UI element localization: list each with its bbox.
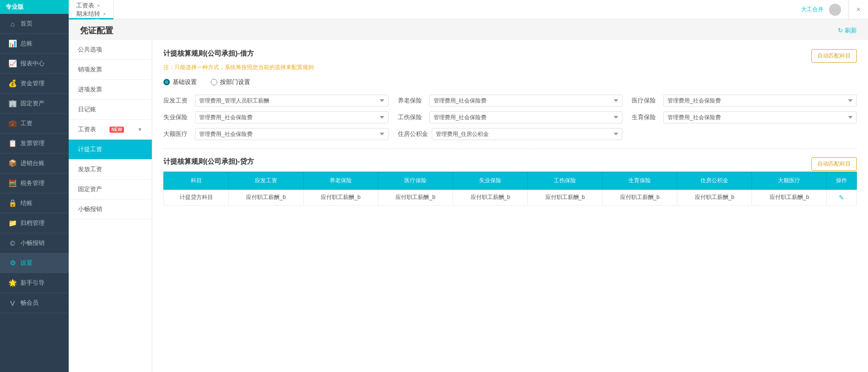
nav-icon-settings: ⚙ (8, 259, 17, 267)
table-row: 计提贷方科目 应付职工薪酬_b 应付职工薪酬_b 应付职工薪酬_b 应付职工薪酬… (164, 190, 857, 205)
sidebar-item-close-period[interactable]: 🔒结账 (0, 193, 69, 213)
tab-payroll[interactable]: 工资表 × (69, 1, 114, 10)
nav-label-general-ledger: 总账 (20, 39, 32, 48)
left-menu-item-fixed-assets[interactable]: 固定资产 (69, 180, 152, 199)
nav-icon-archive: 📁 (8, 219, 17, 227)
label-unemployment: 失业保险 (163, 113, 191, 122)
field-apply-salary: 应发工资 管理费用_管理人员职工薪酬 (163, 95, 389, 107)
select-work-injury[interactable]: 管理费用_社会保险费 (429, 111, 623, 123)
sidebar-item-tax[interactable]: 🧮税务管理 (0, 173, 69, 193)
td-action[interactable]: ✎ (827, 190, 857, 205)
label-medical: 医疗保险 (632, 96, 660, 105)
field-maternity: 生育保险 管理费用_社会保险费 (632, 111, 857, 123)
td-apply-salary: 应付职工薪酬_b (229, 190, 304, 205)
left-menu-item-journal[interactable]: 日记账 (69, 100, 152, 120)
left-menu-label-payroll-table: 工资表 (78, 125, 96, 134)
left-menu-item-payroll-table[interactable]: 工资表 NEW ▼ (69, 120, 152, 140)
sidebar-item-reports[interactable]: 📈报表中心 (0, 54, 69, 74)
td-major-medical: 应付职工薪酬_b (752, 190, 827, 205)
refresh-button[interactable]: ↻ 刷新 (838, 26, 857, 35)
enterprise-label: 大工合并 (801, 6, 823, 13)
nav-label-tax: 税务管理 (20, 179, 45, 187)
left-menu-label-sales-invoice: 销项发票 (78, 65, 102, 74)
nav-icon-invoice-mgmt: 📋 (8, 139, 17, 148)
select-maternity[interactable]: 管理费用_社会保险费 (663, 111, 857, 123)
label-maternity: 生育保险 (632, 113, 660, 122)
radio-basic-settings[interactable]: 基础设置 (163, 78, 197, 86)
sidebar-item-xiaochang-expense[interactable]: ©小畅报销 (0, 233, 69, 253)
left-menu: 公共选项销项发票进项发票日记账工资表 NEW ▼计提工资发放工资固定资产小畅报销 (69, 40, 152, 372)
table-header-row: 科目 应发工资 养老保险 医疗保险 失业保险 工伤保险 生育保险 住房公积金 大… (164, 172, 857, 190)
sidebar-item-funds[interactable]: 💰资金管理 (0, 74, 69, 94)
left-menu-item-calc-salary[interactable]: 计提工资 (69, 140, 152, 160)
td-work-injury: 应付职工薪酬_b (528, 190, 602, 205)
left-menu-item-public-options[interactable]: 公共选项 (69, 40, 152, 60)
left-menu-item-sales-invoice[interactable]: 销项发票 (69, 60, 152, 80)
label-work-injury: 工伤保险 (398, 113, 426, 122)
th-housing-fund: 住房公积金 (677, 172, 752, 190)
nav-label-archive: 归档管理 (20, 219, 45, 227)
left-menu-label-pay-salary: 发放工资 (78, 165, 102, 173)
window-close-button[interactable]: × (849, 0, 868, 19)
section1-header: 自动匹配科目 计提核算规则(公司承担)-借方 (163, 49, 857, 64)
sidebar-item-fixed-assets[interactable]: 🏢固定资产 (0, 94, 69, 114)
nav-icon-member: V (8, 299, 17, 307)
td-pension: 应付职工薪酬_b (304, 190, 378, 205)
form-row-2: 失业保险 管理费用_社会保险费 工伤保险 管理费用_社会保险费 生育保险 管理费… (163, 111, 857, 123)
select-major-medical[interactable]: 管理费用_社会保险费 (195, 128, 389, 140)
nav-icon-close-period: 🔒 (8, 199, 17, 207)
left-menu-item-purchase-invoice[interactable]: 进项发票 (69, 80, 152, 100)
sidebar-item-settings[interactable]: ⚙设置 (0, 253, 69, 273)
field-empty (632, 128, 857, 140)
form-row-3: 大额医疗 管理费用_社会保险费 住房公积金 管理费用_住房公积金 (163, 128, 857, 140)
content-area: 公共选项销项发票进项发票日记账工资表 NEW ▼计提工资发放工资固定资产小畅报销… (69, 40, 868, 372)
radio-dept-input[interactable] (211, 79, 217, 85)
field-major-medical: 大额医疗 管理费用_社会保险费 (163, 128, 389, 140)
tab-label-period-close: 期末结转 (76, 10, 100, 18)
field-medical: 医疗保险 管理费用_社会保险费 (632, 95, 857, 107)
select-pension[interactable]: 管理费用_社会保险费 (429, 95, 623, 107)
select-medical[interactable]: 管理费用_社会保险费 (663, 95, 857, 107)
sidebar-item-purchase-sales[interactable]: 📦进销台账 (0, 154, 69, 173)
field-pension: 养老保险 管理费用_社会保险费 (398, 95, 623, 107)
tab-period-close[interactable]: 期末结转 × (69, 10, 114, 18)
th-work-injury: 工伤保险 (528, 172, 602, 190)
sidebar-item-general-ledger[interactable]: 📊总账 (0, 34, 69, 54)
edit-icon[interactable]: ✎ (839, 194, 844, 201)
auto-match-button-1[interactable]: 自动匹配科目 (811, 49, 857, 63)
page-title: 凭证配置 (80, 25, 113, 36)
left-menu-item-xiaochang-expense[interactable]: 小畅报销 (69, 199, 152, 219)
nav-label-funds: 资金管理 (20, 79, 45, 88)
main-area: 首页工资表 ×期末结转 ×凭证配置 × 大工合并 × 凭证配置 ↻ 刷新 公共选… (69, 0, 868, 372)
sidebar-item-salary[interactable]: 💼工资 (0, 114, 69, 134)
radio-basic-input[interactable] (163, 79, 170, 85)
user-avatar (829, 4, 841, 16)
th-apply-salary: 应发工资 (229, 172, 304, 190)
tab-close-payroll[interactable]: × (97, 3, 100, 8)
left-menu-item-pay-salary[interactable]: 发放工资 (69, 160, 152, 180)
nav-label-member: 畅会员 (20, 299, 39, 307)
td-subject: 计提贷方科目 (164, 190, 229, 205)
nav-icon-fixed-assets: 🏢 (8, 99, 17, 108)
select-housing-fund[interactable]: 管理费用_住房公积金 (432, 128, 623, 140)
sidebar-item-new-user-guide[interactable]: 🌟新手引导 (0, 273, 69, 293)
select-apply-salary[interactable]: 管理费用_管理人员职工薪酬 (195, 95, 389, 107)
sidebar-item-home[interactable]: ⌂首页 (0, 14, 69, 34)
select-unemployment[interactable]: 管理费用_社会保险费 (195, 111, 389, 123)
nav-label-home: 首页 (20, 19, 32, 28)
field-unemployment: 失业保险 管理费用_社会保险费 (163, 111, 389, 123)
nav-label-new-user-guide: 新手引导 (20, 279, 45, 287)
sidebar-item-member[interactable]: V畅会员 (0, 293, 69, 313)
sidebar-item-archive[interactable]: 📁归档管理 (0, 213, 69, 233)
section2-title: 计提核算规则(公司承担)-贷方 (163, 157, 857, 166)
auto-match-button-2[interactable]: 自动匹配科目 (811, 157, 857, 171)
section2-table: 科目 应发工资 养老保险 医疗保险 失业保险 工伤保险 生育保险 住房公积金 大… (163, 172, 857, 205)
sidebar-item-invoice-mgmt[interactable]: 📋发票管理 (0, 134, 69, 154)
label-pension: 养老保险 (398, 96, 426, 105)
tab-close-period-close[interactable]: × (103, 11, 106, 17)
th-medical: 医疗保险 (378, 172, 453, 190)
tab-label-payroll: 工资表 (76, 1, 94, 10)
nav-icon-general-ledger: 📊 (8, 39, 17, 48)
radio-department-settings[interactable]: 按部门设置 (211, 78, 250, 86)
right-content: 自动匹配科目 计提核算规则(公司承担)-借方 注：只能选择一种方式，系统将按照您… (152, 40, 868, 372)
